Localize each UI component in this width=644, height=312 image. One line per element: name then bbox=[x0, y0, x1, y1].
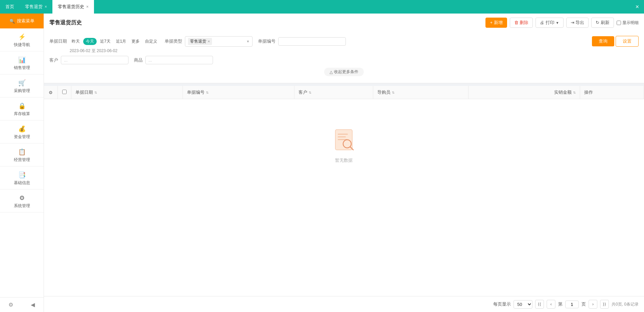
prev-page-btn[interactable]: ‹ bbox=[547, 300, 555, 309]
doc-type-tag-remove[interactable]: × bbox=[208, 39, 210, 43]
doc-type-select[interactable]: 零售退货 × ▼ bbox=[185, 36, 253, 47]
sidebar-collapse-btn[interactable]: ◀ bbox=[22, 297, 44, 312]
sidebar-item-basic-info[interactable]: 📑 基础信息 bbox=[0, 166, 44, 190]
sort-guide[interactable]: 导购员 ⇅ bbox=[377, 89, 464, 95]
main-content: 零售退货历史 + 新增 🗑 删除 🖨 打印 ▼ ⇥ 导出 bbox=[44, 14, 644, 312]
page-title: 零售退货历史 bbox=[49, 19, 82, 26]
pagination-bar: 每页显示 10 20 50 100 ⟨⟨ ‹ 第 页 › ⟩⟩ 共0页, 0条记… bbox=[44, 296, 644, 312]
date-shortcut-more[interactable]: 更多 bbox=[129, 38, 142, 45]
filter-settings-button[interactable]: 设置 bbox=[616, 36, 639, 47]
date-shortcut-custom[interactable]: 自定义 bbox=[143, 38, 159, 45]
sort-amount-icon: ⇅ bbox=[573, 91, 576, 94]
th-guide[interactable]: 导购员 ⇅ bbox=[373, 86, 469, 99]
collapse-up-icon: △ bbox=[330, 70, 333, 74]
page-label: 第 bbox=[558, 301, 563, 307]
tab-retail-return-label: 零售退货 bbox=[25, 4, 43, 10]
th-doc-no[interactable]: 单据编号 ⇅ bbox=[183, 86, 294, 99]
sidebar-item-purchase-mgmt[interactable]: 🛒 采购管理 bbox=[0, 74, 44, 97]
display-toggle[interactable]: 显示明细 bbox=[617, 20, 639, 26]
first-page-btn[interactable]: ⟨⟨ bbox=[535, 300, 544, 309]
query-btn-label: 查询 bbox=[599, 39, 607, 44]
th-action-label: 操作 bbox=[584, 90, 593, 95]
doc-no-filter: 单据编号 bbox=[258, 37, 346, 46]
sidebar-item-sales-mgmt[interactable]: 📊 销售管理 bbox=[0, 51, 44, 74]
date-shortcut-7days[interactable]: 近7天 bbox=[98, 38, 113, 45]
ops-icon: 📋 bbox=[18, 148, 26, 156]
sidebar-item-system[interactable]: ⚙ 系统管理 bbox=[0, 190, 44, 213]
date-shortcut-today[interactable]: 今天 bbox=[83, 38, 97, 45]
sidebar-item-quick-nav[interactable]: ⚡ 快捷导航 bbox=[0, 28, 44, 51]
query-button[interactable]: 查询 bbox=[592, 36, 614, 46]
sidebar-item-label: 快捷导航 bbox=[14, 42, 30, 48]
sort-customer-icon: ⇅ bbox=[309, 91, 311, 94]
refresh-button[interactable]: ↻ 刷新 bbox=[591, 18, 614, 28]
window-close-button[interactable]: × bbox=[630, 0, 644, 14]
display-toggle-checkbox[interactable] bbox=[617, 21, 621, 25]
sidebar-item-label: 销售管理 bbox=[14, 65, 30, 71]
sidebar-item-inventory[interactable]: 🔒 库存核算 bbox=[0, 97, 44, 120]
th-amount[interactable]: 实销金额 ⇅ bbox=[468, 86, 580, 99]
tab-retail-return-history-close[interactable]: × bbox=[86, 4, 89, 9]
export-button[interactable]: ⇥ 导出 bbox=[566, 18, 589, 28]
sidebar-item-ops[interactable]: 📋 经营管理 bbox=[0, 143, 44, 166]
add-button[interactable]: + 新增 bbox=[485, 18, 507, 28]
last-page-btn[interactable]: ⟩⟩ bbox=[600, 300, 609, 309]
sidebar-item-label: 基础信息 bbox=[14, 180, 30, 186]
export-btn-label: ⇥ 导出 bbox=[571, 20, 585, 26]
th-customer-label: 客户 bbox=[299, 89, 307, 95]
delete-button[interactable]: 🗑 删除 bbox=[510, 18, 533, 28]
date-shortcut-yesterday[interactable]: 昨天 bbox=[70, 38, 82, 45]
th-checkbox[interactable] bbox=[57, 86, 71, 99]
tab-home[interactable]: 首页 bbox=[0, 0, 20, 14]
sort-customer[interactable]: 客户 ⇅ bbox=[299, 89, 369, 95]
sidebar-item-label: 资金管理 bbox=[14, 134, 30, 140]
display-toggle-label: 显示明细 bbox=[622, 20, 639, 26]
filter-area: 单据日期 昨天 今天 近7天 近1月 更多 自定义 单据类型 bbox=[49, 32, 639, 83]
collapse-btn[interactable]: △ 收起更多条件 bbox=[324, 68, 364, 76]
customer-label: 客户 bbox=[49, 57, 58, 63]
sort-doc-no[interactable]: 单据编号 ⇅ bbox=[187, 89, 290, 95]
inventory-icon: 🔒 bbox=[18, 102, 26, 110]
sidebar-search[interactable]: 🔍 搜索菜单 bbox=[0, 14, 44, 28]
sidebar-item-label: 系统管理 bbox=[14, 203, 30, 209]
customer-placeholder: ... bbox=[64, 58, 68, 63]
page-input[interactable] bbox=[565, 300, 579, 308]
sidebar-bottom: ⚙ ◀ bbox=[0, 297, 44, 312]
table-container: ⚙ 单据日期 ⇅ 单据编号 bbox=[44, 86, 644, 296]
top-bar: 首页 零售退货 × 零售退货历史 × × bbox=[0, 0, 644, 14]
select-all-checkbox[interactable] bbox=[62, 90, 67, 94]
page-title-row: 零售退货历史 + 新增 🗑 删除 🖨 打印 ▼ ⇥ 导出 bbox=[49, 18, 639, 28]
main-layout: 🔍 搜索菜单 ⚡ 快捷导航 📊 销售管理 🛒 采购管理 🔒 库存核算 💰 资金管… bbox=[0, 14, 644, 312]
doc-no-input[interactable] bbox=[278, 37, 346, 46]
table-header-row: ⚙ 单据日期 ⇅ 单据编号 bbox=[44, 86, 644, 99]
sort-amount[interactable]: 实销金额 ⇅ bbox=[473, 89, 576, 95]
print-button[interactable]: 🖨 打印 ▼ bbox=[535, 18, 564, 28]
sort-doc-date-icon: ⇅ bbox=[94, 91, 97, 94]
th-customer[interactable]: 客户 ⇅ bbox=[294, 86, 373, 99]
tab-retail-return-history[interactable]: 零售退货历史 × bbox=[52, 0, 94, 14]
date-shortcut-1month[interactable]: 近1月 bbox=[114, 38, 128, 45]
th-settings[interactable]: ⚙ bbox=[44, 86, 57, 99]
next-page-btn[interactable]: › bbox=[589, 300, 597, 309]
sort-doc-date[interactable]: 单据日期 ⇅ bbox=[75, 89, 178, 95]
doc-type-filter: 单据类型 零售退货 × ▼ bbox=[165, 36, 253, 47]
sort-guide-icon: ⇅ bbox=[392, 91, 395, 94]
date-shortcuts: 昨天 今天 近7天 近1月 更多 自定义 bbox=[70, 38, 159, 45]
collapse-icon: ◀ bbox=[31, 302, 35, 308]
goods-label: 商品 bbox=[134, 57, 143, 63]
quick-nav-icon: ⚡ bbox=[18, 33, 26, 41]
customer-select[interactable]: ... bbox=[61, 56, 128, 64]
data-table: ⚙ 单据日期 ⇅ 单据编号 bbox=[44, 86, 644, 191]
top-bar-tabs: 首页 零售退货 × 零售退货历史 × bbox=[0, 0, 630, 14]
doc-type-select-arrow: ▼ bbox=[246, 40, 249, 43]
tab-retail-return-close[interactable]: × bbox=[45, 4, 47, 9]
sidebar-item-finance[interactable]: 💰 资金管理 bbox=[0, 120, 44, 143]
per-page-label: 每页显示 bbox=[493, 301, 511, 307]
tab-retail-return[interactable]: 零售退货 × bbox=[20, 0, 52, 14]
purchase-icon: 🛒 bbox=[18, 79, 26, 87]
per-page-select[interactable]: 10 20 50 100 bbox=[514, 300, 532, 309]
goods-select[interactable]: ... bbox=[145, 56, 213, 64]
sidebar: 🔍 搜索菜单 ⚡ 快捷导航 📊 销售管理 🛒 采购管理 🔒 库存核算 💰 资金管… bbox=[0, 14, 44, 312]
th-doc-date[interactable]: 单据日期 ⇅ bbox=[71, 86, 183, 99]
sidebar-settings-btn[interactable]: ⚙ bbox=[0, 297, 22, 312]
